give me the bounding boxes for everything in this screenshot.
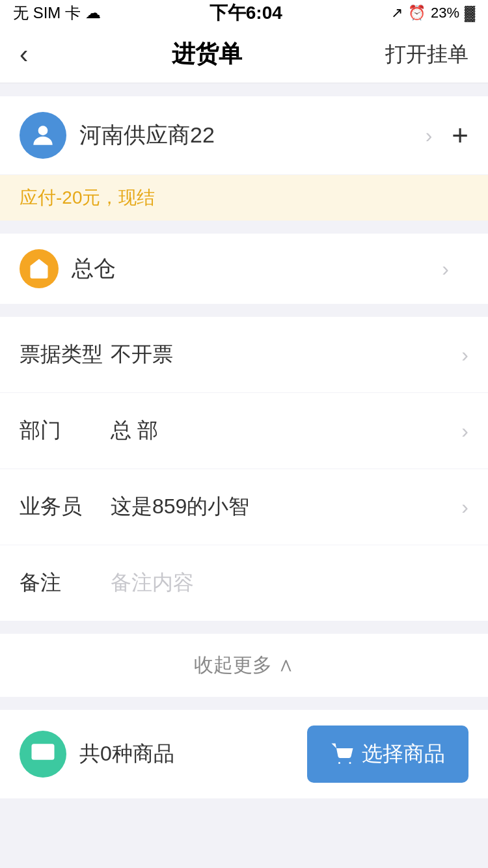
remark-row[interactable]: 备注 备注内容	[0, 545, 488, 621]
location-icon: ↗	[391, 5, 403, 21]
salesperson-row[interactable]: 业务员 这是859的小智 ›	[0, 469, 488, 545]
invoice-type-chevron-icon: ›	[461, 343, 468, 367]
department-value: 总 部	[111, 416, 461, 445]
alarm-icon: ⏰	[408, 5, 426, 21]
salesperson-value: 这是859的小智	[111, 493, 461, 521]
page-background	[0, 798, 488, 868]
remark-placeholder: 备注内容	[111, 569, 468, 597]
invoice-type-label: 票据类型	[20, 340, 111, 369]
add-button[interactable]: +	[452, 121, 468, 150]
warehouse-name: 总仓	[72, 254, 442, 284]
supplier-chevron-icon: ›	[426, 124, 433, 148]
warehouse-icon-wrap	[20, 249, 59, 288]
warehouse-divider	[0, 221, 488, 234]
signal-text: 无 SIM 卡 ☁	[13, 3, 101, 23]
product-icon	[29, 740, 57, 768]
select-product-label: 选择商品	[362, 740, 445, 768]
warehouse-row[interactable]: 总仓 ›	[0, 234, 488, 304]
remark-label: 备注	[20, 569, 111, 597]
open-pending-button[interactable]: 打开挂单	[385, 40, 468, 69]
form-section: 票据类型 不开票 › 部门 总 部 › 业务员 这是859的小智 › 备注 备注…	[0, 317, 488, 621]
select-product-button[interactable]: 选择商品	[307, 726, 468, 783]
page-title: 进货单	[172, 38, 242, 70]
supplier-avatar	[20, 112, 66, 159]
warehouse-icon	[27, 257, 51, 280]
salesperson-chevron-icon: ›	[461, 495, 468, 519]
salesperson-label: 业务员	[20, 493, 111, 521]
battery-text: 23%	[431, 5, 459, 21]
top-divider	[0, 83, 488, 96]
status-time: 下午6:04	[210, 1, 282, 25]
notice-bar: 应付-20元，现结	[0, 175, 488, 221]
bottom-bar: 共0种商品 选择商品	[0, 710, 488, 798]
collapse-label: 收起更多 ∧	[194, 652, 293, 679]
cart-icon	[331, 742, 354, 766]
supplier-row[interactable]: 河南供应商22 › +	[0, 96, 488, 175]
product-count-label: 共0种商品	[79, 740, 294, 768]
product-icon-wrap	[20, 731, 66, 778]
supplier-name: 河南供应商22	[79, 120, 426, 150]
status-right: ↗ ⏰ 23% ▓	[391, 5, 475, 21]
back-button[interactable]: ‹	[20, 40, 28, 69]
status-left: 无 SIM 卡 ☁	[13, 3, 101, 23]
invoice-type-row[interactable]: 票据类型 不开票 ›	[0, 317, 488, 393]
department-label: 部门	[20, 416, 111, 445]
warehouse-chevron-icon: ›	[442, 257, 449, 281]
svg-point-2	[338, 762, 340, 764]
user-icon	[29, 121, 57, 150]
department-chevron-icon: ›	[461, 419, 468, 443]
battery-icon: ▓	[465, 5, 475, 21]
nav-bar: ‹ 进货单 打开挂单	[0, 26, 488, 83]
supplier-card: 河南供应商22 › + 应付-20元，现结	[0, 96, 488, 221]
status-bar: 无 SIM 卡 ☁ 下午6:04 ↗ ⏰ 23% ▓	[0, 0, 488, 26]
invoice-type-value: 不开票	[111, 340, 461, 369]
svg-point-3	[349, 762, 351, 764]
department-row[interactable]: 部门 总 部 ›	[0, 393, 488, 469]
svg-rect-1	[32, 744, 55, 760]
collapse-row[interactable]: 收起更多 ∧	[0, 634, 488, 697]
svg-point-0	[38, 126, 48, 135]
